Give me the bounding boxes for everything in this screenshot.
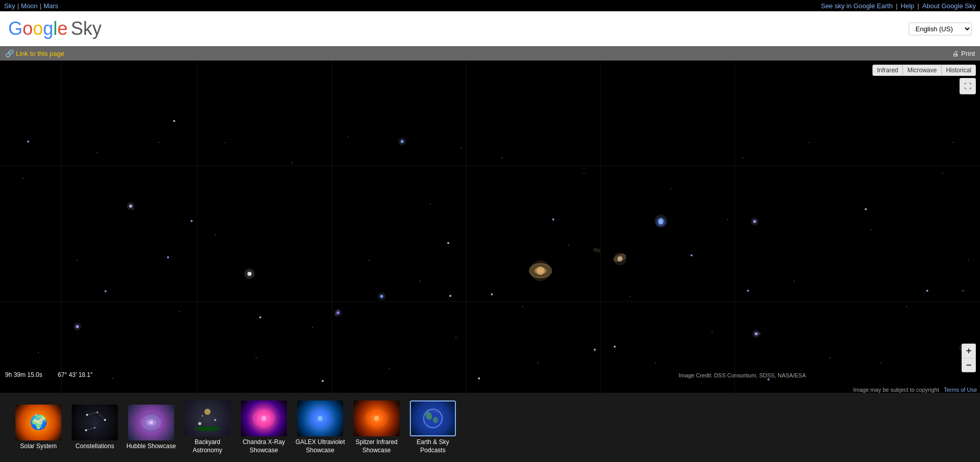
galex-label: GALEX Ultraviolet Showcase xyxy=(292,438,348,454)
showcase-spitzer[interactable]: Spitzer Infrared Showcase xyxy=(348,400,405,454)
logo-letter-e: e xyxy=(57,18,68,39)
svg-line-109 xyxy=(87,412,97,415)
top-nav-right: See sky in Google Earth | Help | About G… xyxy=(821,2,976,10)
chandra-thumb xyxy=(241,400,287,436)
terms-of-use-link[interactable]: Terms of Use xyxy=(944,387,980,393)
showcase-galex[interactable]: GALEX Ultraviolet Showcase xyxy=(292,400,348,454)
see-sky-google-earth-link[interactable]: See sky in Google Earth xyxy=(821,2,892,10)
svg-point-119 xyxy=(195,426,220,431)
spitzer-icon xyxy=(361,406,392,431)
constellations-label: Constellations xyxy=(75,443,114,451)
copyright-note: Image may be subject to copyright xyxy=(853,387,939,393)
view-controls: Infrared Microwave Historical ⛶ xyxy=(872,65,976,94)
hubble-thumb xyxy=(128,405,174,440)
fullscreen-button[interactable]: ⛶ xyxy=(960,78,976,94)
nav-sep-1: | xyxy=(17,2,19,10)
nav-sep-4: | xyxy=(918,2,919,10)
showcase-chandra[interactable]: Chandra X-Ray Showcase xyxy=(236,400,292,454)
backyard-icon xyxy=(192,406,223,431)
print-icon: 🖨 xyxy=(952,50,959,57)
layer-buttons: Infrared Microwave Historical xyxy=(872,65,976,76)
link-icon: 🔗 xyxy=(5,49,14,57)
earth-sky-icon xyxy=(418,406,448,431)
solar-system-thumb: 🌍 xyxy=(15,405,61,440)
chandra-label: Chandra X-Ray Showcase xyxy=(236,438,292,454)
svg-line-110 xyxy=(97,412,105,420)
nav-moon-link[interactable]: Moon xyxy=(21,2,38,10)
svg-point-129 xyxy=(424,409,442,428)
coordinates-display: 9h 39m 15.0s 67° 43′ 18.1″ xyxy=(5,371,93,378)
showcase-earth-sky[interactable]: Earth & Sky Podcasts xyxy=(405,400,461,454)
historical-button[interactable]: Historical xyxy=(942,65,976,76)
link-to-page[interactable]: 🔗 Link to this page xyxy=(5,49,65,57)
constellations-icon xyxy=(82,410,108,435)
dec-coord: 67° 43′ 18.1″ xyxy=(58,371,93,378)
solar-system-icon: 🌍 xyxy=(30,414,48,431)
language-select[interactable]: English (US) English (UK) Español França… xyxy=(909,23,972,35)
svg-line-111 xyxy=(86,428,95,430)
top-nav-bar: Sky | Moon | Mars See sky in Google Eart… xyxy=(0,0,980,11)
svg-point-115 xyxy=(204,409,211,415)
zoom-in-button[interactable]: + xyxy=(962,344,976,358)
showcase-solar-system[interactable]: 🌍 Solar System xyxy=(10,405,67,451)
linkbar-right: 🖨 Print xyxy=(952,50,975,57)
google-sky-logo: Google Sky xyxy=(8,18,101,39)
svg-point-128 xyxy=(374,416,379,421)
earth-sky-thumb xyxy=(410,400,456,436)
sky-view[interactable]: 9h 39m 15.0s 67° 43′ 18.1″ Image Credit:… xyxy=(0,61,980,393)
svg-point-117 xyxy=(214,419,216,421)
logo-sky-text: Sky xyxy=(71,18,101,39)
showcase-hubble[interactable]: Hubble Showcase xyxy=(123,405,179,451)
ra-coord: 9h 39m 15.0s xyxy=(5,371,43,378)
galex-icon xyxy=(305,406,336,431)
spitzer-label: Spitzer Infrared Showcase xyxy=(348,438,405,454)
link-to-page-label: Link to this page xyxy=(16,50,65,57)
backyard-thumb xyxy=(184,400,231,436)
svg-point-125 xyxy=(318,416,323,421)
print-link[interactable]: Print xyxy=(961,50,975,57)
infrared-button[interactable]: Infrared xyxy=(872,65,903,76)
microwave-button[interactable]: Microwave xyxy=(903,65,941,76)
image-credit: Image Credit: DSS Consortium, SDSS, NASA… xyxy=(679,372,806,378)
logo-letter-l: l xyxy=(53,18,57,39)
zoom-out-button[interactable]: − xyxy=(962,358,976,372)
nav-sep-3: | xyxy=(896,2,898,10)
svg-point-116 xyxy=(198,422,201,425)
bottom-strip: 🌍 Solar System Constellations xyxy=(0,393,980,462)
earth-sky-label: Earth & Sky Podcasts xyxy=(405,438,461,454)
nav-mars-link[interactable]: Mars xyxy=(44,2,58,10)
nav-sky-link[interactable]: Sky xyxy=(4,2,15,10)
backyard-label: Backyard Astronomy xyxy=(179,438,236,454)
svg-point-122 xyxy=(261,416,266,421)
logo-letter-g: G xyxy=(8,18,23,39)
nav-sep-2: | xyxy=(40,2,41,10)
showcase-constellations[interactable]: Constellations xyxy=(67,405,123,451)
constellations-thumb xyxy=(72,405,118,440)
hubble-label: Hubble Showcase xyxy=(127,443,176,451)
galex-thumb xyxy=(297,400,343,436)
help-link[interactable]: Help xyxy=(901,2,914,10)
solar-system-label: Solar System xyxy=(20,443,56,451)
logo-letter-o2: o xyxy=(33,18,43,39)
zoom-controls: + − xyxy=(962,344,976,372)
showcase-backyard[interactable]: Backyard Astronomy xyxy=(179,400,236,454)
about-google-sky-link[interactable]: About Google Sky xyxy=(922,2,976,10)
spitzer-thumb xyxy=(353,400,400,436)
svg-point-114 xyxy=(149,421,153,424)
star-field-svg xyxy=(0,61,980,393)
hubble-icon xyxy=(136,410,166,435)
logo-bar: Google Sky English (US) English (UK) Esp… xyxy=(0,11,980,46)
chandra-icon xyxy=(248,406,279,431)
logo-letter-o1: o xyxy=(23,18,33,39)
link-bar: 🔗 Link to this page 🖨 Print xyxy=(0,46,980,61)
top-nav-left: Sky | Moon | Mars xyxy=(4,2,58,10)
svg-point-118 xyxy=(202,415,203,416)
logo-letter-g2: g xyxy=(43,18,53,39)
